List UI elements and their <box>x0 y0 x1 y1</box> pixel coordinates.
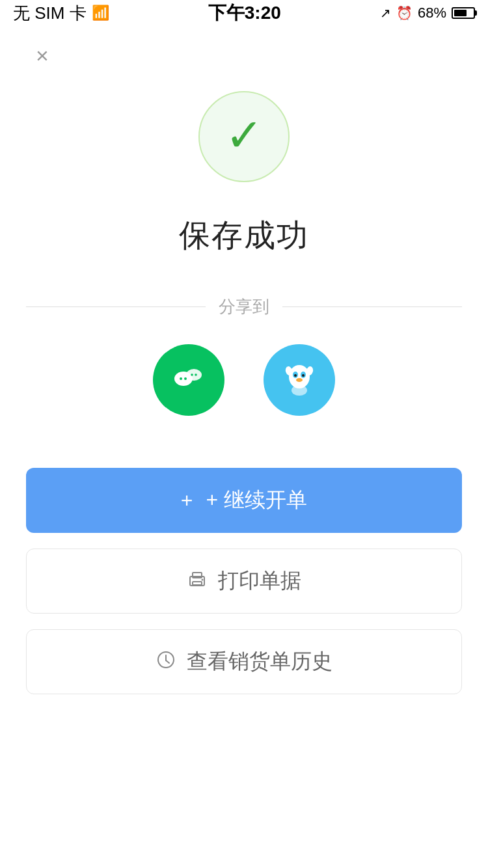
status-bar: 无 SIM 卡 📶 下午3:20 ↗ ⏰ 68% <box>0 0 488 26</box>
share-icons-row <box>153 344 335 416</box>
view-history-button[interactable]: 查看销货单历史 <box>26 629 462 694</box>
main-content: × ✓ 保存成功 分享到 <box>0 26 488 868</box>
svg-point-3 <box>184 377 187 380</box>
svg-rect-17 <box>193 582 202 585</box>
no-sim-text: 无 SIM 卡 <box>13 2 87 25</box>
svg-point-6 <box>289 365 310 388</box>
svg-point-2 <box>180 377 182 380</box>
continue-order-button[interactable]: + + 继续开单 <box>26 468 462 533</box>
svg-point-5 <box>195 373 197 376</box>
svg-point-1 <box>186 369 202 381</box>
svg-point-9 <box>294 374 297 377</box>
success-title: 保存成功 <box>179 215 309 256</box>
history-label: 查看销货单历史 <box>187 647 332 676</box>
svg-point-10 <box>302 374 305 377</box>
svg-point-4 <box>191 373 193 376</box>
svg-point-18 <box>202 578 204 580</box>
print-button[interactable]: 打印单据 <box>26 549 462 614</box>
close-icon: × <box>36 44 49 66</box>
qq-icon-svg <box>278 359 320 401</box>
status-left: 无 SIM 卡 📶 <box>13 2 109 25</box>
action-buttons: + + 继续开单 打印单据 <box>26 468 462 694</box>
battery-percentage: 68% <box>418 5 446 21</box>
continue-label: + 继续开单 <box>206 486 308 515</box>
success-icon-circle: ✓ <box>198 91 290 182</box>
close-button[interactable]: × <box>26 39 59 72</box>
wechat-icon-svg <box>168 359 210 401</box>
wifi-icon: 📶 <box>92 5 109 21</box>
divider-right <box>282 306 462 307</box>
svg-line-21 <box>166 660 169 663</box>
battery-fill <box>454 10 467 16</box>
battery-container <box>452 7 475 19</box>
share-divider: 分享到 <box>26 295 462 318</box>
continue-icon: + <box>181 489 193 513</box>
svg-point-14 <box>291 385 307 396</box>
history-icon <box>156 649 176 675</box>
print-icon <box>187 569 208 594</box>
checkmark-icon: ✓ <box>225 113 264 158</box>
qq-share-button[interactable] <box>264 344 335 416</box>
location-icon: ↗ <box>380 5 391 21</box>
wechat-share-button[interactable] <box>153 344 224 416</box>
time-display: 下午3:20 <box>208 1 281 25</box>
print-label: 打印单据 <box>218 567 301 595</box>
status-right: ↗ ⏰ 68% <box>380 5 475 21</box>
alarm-icon: ⏰ <box>396 5 413 21</box>
share-label: 分享到 <box>219 295 269 318</box>
divider-left <box>26 306 206 307</box>
svg-point-11 <box>296 378 303 382</box>
battery-icon <box>452 7 475 19</box>
